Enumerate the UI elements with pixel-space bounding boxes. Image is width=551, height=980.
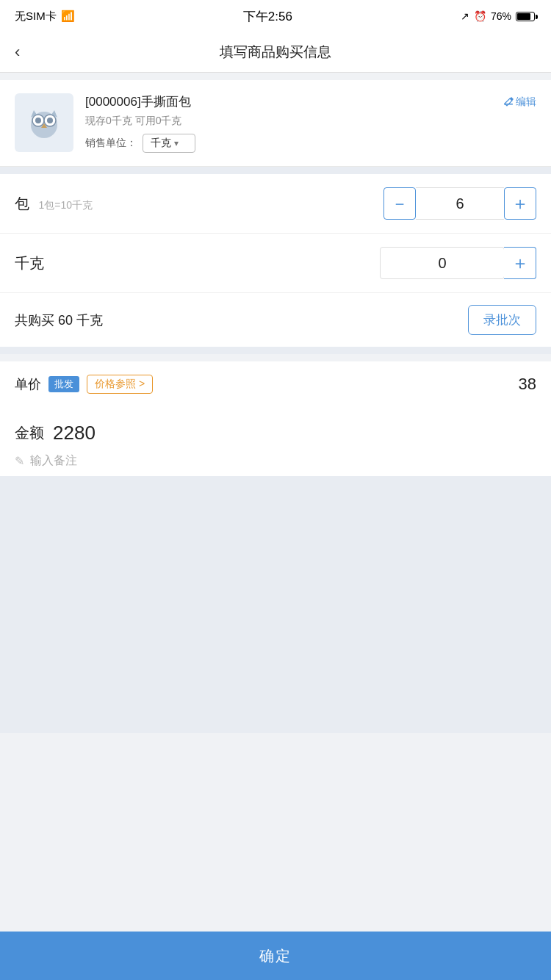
product-info: [0000006]手撕面包 编辑 现存0千克 可用0千克 销售单位： 千克 ▾ (85, 93, 536, 153)
back-button[interactable]: ‹ (15, 43, 20, 62)
input-section: 包 1包=10千克 － ＋ 千克 ＋ (0, 174, 551, 293)
product-stock: 现存0千克 可用0千克 (85, 115, 536, 128)
bao-plus-button[interactable]: ＋ (504, 187, 536, 220)
bao-quantity-input[interactable] (416, 187, 504, 220)
status-right: ↗ ⏰ 76% (461, 10, 536, 22)
page-title: 填写商品购买信息 (220, 43, 331, 62)
bao-label: 包 (15, 195, 29, 212)
unit-select[interactable]: 千克 ▾ (143, 134, 195, 153)
bao-label-group: 包 1包=10千克 (15, 194, 375, 214)
section-divider-2 (0, 347, 551, 354)
edit-link[interactable]: 编辑 (503, 96, 536, 109)
bao-minus-button[interactable]: － (383, 187, 416, 220)
price-section: 单价 批发 价格参照 > 38 (0, 361, 551, 407)
carrier-label: 无SIM卡 (15, 10, 57, 24)
note-row[interactable]: ✎ 输入备注 (15, 453, 536, 469)
battery-percent: 76% (491, 10, 511, 22)
alarm-icon: ⏰ (474, 10, 486, 22)
status-bar: 无SIM卡 📶 下午2:56 ↗ ⏰ 76% (0, 0, 551, 32)
wifi-icon: 📶 (61, 10, 75, 23)
batch-button[interactable]: 录批次 (468, 305, 536, 335)
unit-label: 销售单位： (85, 137, 137, 150)
edit-icon (503, 97, 514, 107)
amount-label: 金额 (15, 423, 44, 443)
section-divider-1 (0, 167, 551, 174)
svg-point-3 (35, 118, 41, 123)
product-image (15, 93, 73, 152)
price-row: 单价 批发 价格参照 > 38 (15, 375, 536, 394)
nav-bar: ‹ 填写商品购买信息 (0, 32, 551, 73)
confirm-button[interactable]: 确定 (0, 932, 551, 980)
product-unit-row: 销售单位： 千克 ▾ (85, 134, 536, 153)
status-time: 下午2:56 (243, 8, 292, 25)
kg-row: 千克 ＋ (0, 234, 551, 293)
kg-label-group: 千克 (15, 253, 371, 273)
pencil-icon: ✎ (15, 454, 24, 468)
note-placeholder: 输入备注 (30, 453, 77, 469)
price-ref-button[interactable]: 价格参照 > (87, 375, 153, 394)
price-label: 单价 (15, 375, 41, 393)
price-tag: 批发 (48, 376, 79, 392)
kg-label: 千克 (15, 255, 44, 271)
gray-fill-area (0, 476, 551, 733)
kg-quantity-control: ＋ (380, 247, 536, 279)
chevron-icon: ▾ (174, 138, 179, 148)
product-card: [0000006]手撕面包 编辑 现存0千克 可用0千克 销售单位： 千克 ▾ (0, 80, 551, 167)
svg-point-4 (47, 118, 53, 123)
bao-quantity-control: － ＋ (383, 187, 536, 220)
kg-quantity-input[interactable] (380, 247, 505, 279)
amount-row: 金额 2280 (15, 422, 536, 444)
kg-plus-button[interactable]: ＋ (504, 247, 536, 279)
battery-icon (516, 12, 536, 21)
product-owl-logo (22, 104, 66, 141)
status-left: 无SIM卡 📶 (15, 10, 75, 24)
amount-value: 2280 (53, 422, 96, 444)
amount-section: 金额 2280 ✎ 输入备注 (0, 407, 551, 476)
total-text: 共购买 60 千克 (15, 311, 103, 329)
total-row: 共购买 60 千克 录批次 (0, 293, 551, 347)
bao-row: 包 1包=10千克 － ＋ (0, 174, 551, 234)
bao-sub: 1包=10千克 (38, 199, 93, 211)
product-name-row: [0000006]手撕面包 编辑 (85, 93, 536, 110)
location-icon: ↗ (461, 10, 469, 22)
product-name: [0000006]手撕面包 (85, 93, 191, 110)
price-value: 38 (519, 375, 536, 394)
